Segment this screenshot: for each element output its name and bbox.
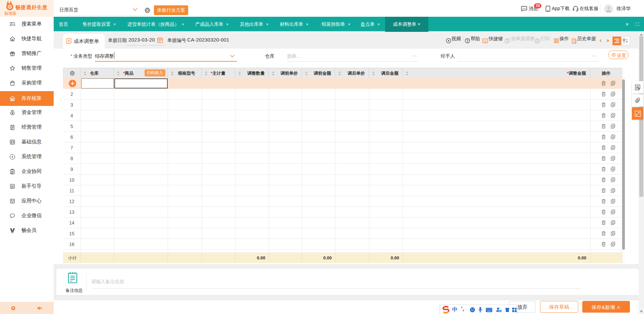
svg-text:新: 新 [11, 185, 14, 188]
svg-text:15: 15 [499, 310, 502, 312]
